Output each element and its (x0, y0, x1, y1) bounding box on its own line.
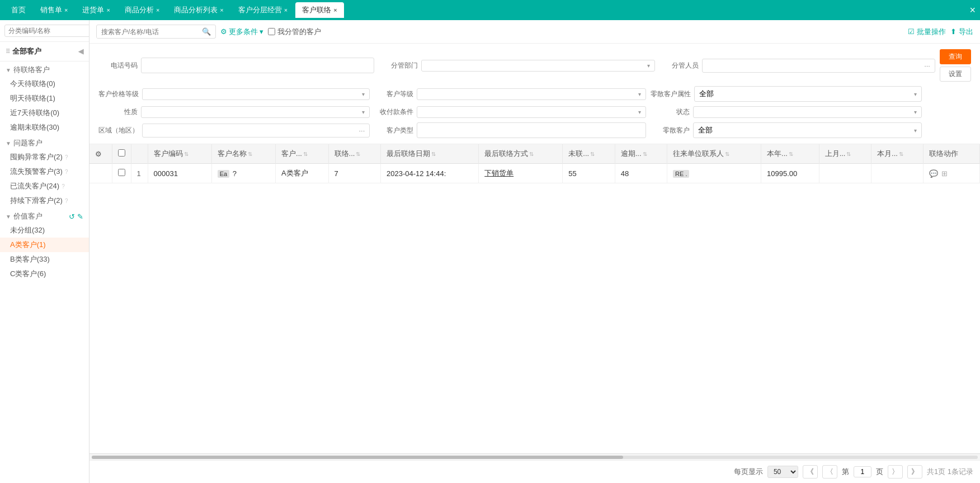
filter-bar: 🔍 ⚙ 更多条件 ▾ 我分管的客户 ☑ 批量操作 ⬆ 导出 (89, 20, 980, 44)
sidebar-item-tomorrow-contact[interactable]: 明天待联络(1) (0, 91, 89, 106)
tab-customer-contact[interactable]: 客户联络 × (295, 2, 343, 18)
sidebar-item-declining[interactable]: 持续下滑客户(2) ? (0, 193, 89, 208)
row-lastway-cell[interactable]: 下销货单 (479, 164, 563, 183)
col-lastdate[interactable]: 最后联络日期 ⇅ (380, 144, 478, 164)
sidebar-all-customers-label[interactable]: 全部客户 (12, 46, 41, 56)
grid-action-icon[interactable]: ⊞ (941, 169, 948, 178)
scroll-track[interactable] (92, 456, 978, 459)
last-page-button[interactable]: 》 (907, 465, 922, 479)
col-thismonth[interactable]: 本月... ⇅ (871, 144, 924, 164)
export-button[interactable]: ⬆ 导出 (950, 27, 973, 37)
section-problem-customers[interactable]: ▼ 问题客户 (0, 135, 89, 150)
prev-page-button[interactable]: 〈 (822, 465, 837, 479)
customer-level-arrow-icon: ▾ (638, 91, 641, 97)
col-contact[interactable]: 联络... ⇅ (328, 144, 380, 164)
filter-search-icon[interactable]: 🔍 (197, 25, 215, 38)
close-sales-icon[interactable]: × (64, 7, 68, 13)
sidebar-collapse-icon[interactable]: ◀ (78, 48, 83, 55)
row-num-cell: 1 (131, 164, 148, 183)
data-table: ⚙ 客户编码 ⇅ (89, 144, 980, 183)
refresh-icon[interactable]: ↺ (69, 212, 75, 221)
sidebar-item-ungrouped[interactable]: 未分组(32) (0, 223, 89, 238)
row-checkbox-cell[interactable] (112, 164, 131, 183)
sidebar-item-today-contact[interactable]: 今天待联络(0) (0, 77, 89, 91)
dept-dropdown[interactable]: ▾ (421, 60, 654, 72)
sidebar-item-abnormal-hoard[interactable]: 囤购异常客户(2) ? (0, 150, 89, 164)
retail-customer-dropdown[interactable]: 全部 ▾ (693, 122, 922, 138)
arrow-pending-icon: ▼ (6, 67, 11, 73)
close-customer-tier-icon[interactable]: × (284, 7, 288, 13)
close-analysis-icon[interactable]: × (156, 7, 159, 13)
filter-search-input[interactable] (97, 26, 197, 38)
tab-analysis[interactable]: 商品分析 × (118, 2, 166, 18)
col-overdue[interactable]: 逾期... ⇅ (615, 144, 667, 164)
col-contacts[interactable]: 往来单位联系人 ⇅ (667, 144, 761, 164)
customer-type-input[interactable] (417, 122, 646, 138)
set-button[interactable]: 设置 (940, 67, 971, 82)
col-unlinkdays[interactable]: 未联... ⇅ (563, 144, 615, 164)
tab-home[interactable]: 首页 (4, 2, 32, 18)
batch-ops-button[interactable]: ☑ 批量操作 (908, 27, 946, 37)
window-close-button[interactable]: × (969, 4, 976, 16)
sidebar-item-overdue-contact[interactable]: 逾期未联络(30) (0, 120, 89, 135)
gear-icon[interactable]: ⚙ (95, 150, 102, 158)
tab-purchase[interactable]: 进货单 × (76, 2, 116, 18)
first-page-button[interactable]: 《 (803, 465, 818, 479)
adv-filter-row-2: 客户价格等级 ▾ 客户等级 ▾ 零散客户属性 全部 (98, 86, 971, 102)
manager-input[interactable]: ··· (702, 59, 935, 73)
col-code[interactable]: 客户编码 ⇅ (148, 144, 211, 164)
customer-level-dropdown[interactable]: ▾ (417, 88, 646, 100)
price-level-dropdown[interactable]: ▾ (142, 88, 370, 100)
tab-customer-tier[interactable]: 客户分层经营 × (232, 2, 294, 18)
sidebar-item-churned[interactable]: 已流失客户(24) ? (0, 179, 89, 193)
col-name[interactable]: 客户名称 ⇅ (211, 144, 275, 164)
tab-sales[interactable]: 销售单 × (34, 2, 74, 18)
col-lastmonth[interactable]: 上月... ⇅ (819, 144, 871, 164)
sidebar-item-churn-warning[interactable]: 流失预警客户(3) ? (0, 164, 89, 179)
col-type[interactable]: 客户... ⇅ (276, 144, 329, 164)
sidebar-item-class-a[interactable]: A类客户(1) (0, 238, 89, 252)
my-customer-checkbox-area[interactable]: 我分管的客户 (268, 27, 321, 37)
scroll-thumb[interactable] (92, 456, 623, 459)
sidebar-item-7days-contact[interactable]: 近7天待联络(0) (0, 106, 89, 120)
select-all-checkbox[interactable] (118, 149, 125, 157)
sidebar-item-class-c[interactable]: C类客户(6) (0, 267, 89, 281)
phone-input[interactable] (141, 58, 374, 73)
help-icon-4: ? (65, 198, 68, 204)
sidebar-item-class-b[interactable]: B类客户(33) (0, 252, 89, 267)
nature-dropdown[interactable]: ▾ (141, 106, 370, 118)
edit-value-icon[interactable]: ✎ (77, 212, 83, 221)
horizontal-scrollbar[interactable] (89, 453, 980, 460)
export-icon: ⬆ (950, 27, 957, 36)
row-name-cell[interactable]: Ea ? (211, 164, 275, 183)
payment-dropdown[interactable]: ▾ (417, 106, 646, 118)
col-gear[interactable]: ⚙ (89, 144, 112, 164)
current-page-input[interactable] (854, 466, 871, 477)
more-filter-button[interactable]: ⚙ 更多条件 ▾ (220, 27, 263, 37)
col-checkbox[interactable] (112, 144, 131, 164)
col-lastway[interactable]: 最后联络方式 ⇅ (479, 144, 563, 164)
chat-icon[interactable]: 💬 (929, 169, 938, 178)
status-dropdown[interactable]: ▾ (693, 106, 922, 118)
contacts-badge: RE . (673, 170, 689, 178)
close-analysis-list-icon[interactable]: × (220, 7, 223, 13)
manager-dots-icon: ··· (924, 61, 930, 70)
tab-analysis-list[interactable]: 商品分析列表 × (167, 2, 230, 18)
lastway-link[interactable]: 下销货单 (484, 169, 513, 177)
close-purchase-icon[interactable]: × (106, 7, 110, 13)
tab-customer-tier-label: 客户分层经营 (238, 5, 282, 15)
sort-contacts-icon: ⇅ (725, 151, 729, 157)
col-thisyear[interactable]: 本年... ⇅ (761, 144, 819, 164)
section-value-customers[interactable]: ▼ 价值客户 ↺ ✎ (0, 208, 89, 223)
next-page-button[interactable]: 〉 (888, 465, 903, 479)
query-button[interactable]: 查询 (940, 49, 971, 64)
row-checkbox[interactable] (118, 169, 125, 176)
section-pending-contact[interactable]: ▼ 待联络客户 (0, 61, 89, 77)
region-input[interactable]: ··· (142, 124, 370, 138)
sidebar-search-input[interactable] (4, 25, 89, 37)
retail-attr-dropdown[interactable]: 全部 ▾ (694, 86, 922, 102)
close-customer-contact-icon[interactable]: × (333, 7, 337, 13)
my-customer-checkbox[interactable] (268, 28, 275, 35)
page-label: 第 (842, 467, 849, 477)
page-size-select[interactable]: 50 100 200 (767, 466, 798, 478)
